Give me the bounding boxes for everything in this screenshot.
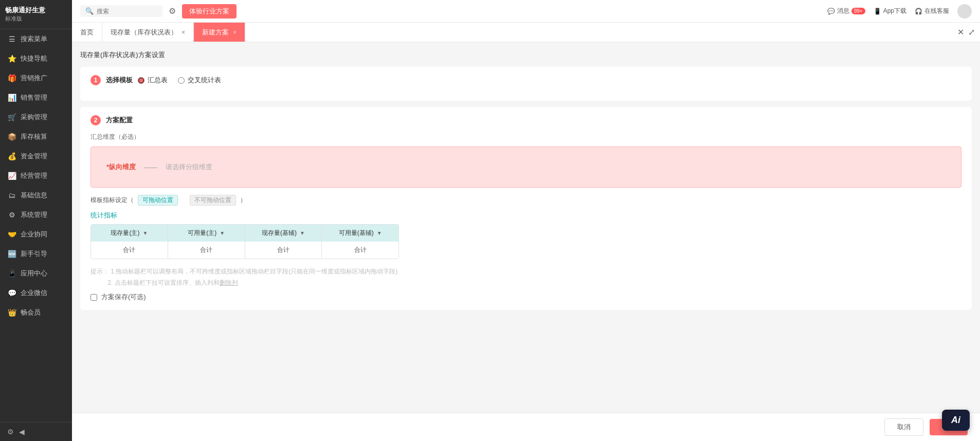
sidebar-label-2: 营销推广	[21, 74, 47, 83]
search-input[interactable]	[97, 8, 148, 15]
radio-cross-input[interactable]	[178, 77, 185, 84]
sidebar-footer: ⚙ ◀	[0, 422, 72, 441]
col-header-3[interactable]: 现存量(基辅) ▼	[245, 225, 322, 242]
tab-inventory[interactable]: 现存量（库存状况表） ×	[102, 23, 194, 42]
topbar: 🔍 ⚙ 体验行业方案 💬 消息 99+ 📱 App下载 🎧 在线客服	[72, 0, 980, 23]
sidebar-label-7: 经营管理	[21, 171, 47, 180]
col-header-1-dropdown[interactable]: ▼	[142, 230, 148, 236]
sidebar-item-5[interactable]: 📦 库存核算	[0, 127, 72, 146]
col-header-4-dropdown[interactable]: ▼	[377, 230, 382, 236]
sidebar-icon-12: 📱	[7, 269, 16, 278]
app-download-button[interactable]: 📱 App下载	[874, 7, 906, 15]
sidebar-icon-5: 📦	[7, 132, 16, 141]
indicator-close-paren: ）	[240, 196, 246, 205]
col-header-4[interactable]: 可用量(基辅) ▼	[322, 225, 398, 242]
template-radio-group: 汇总表 交叉统计表	[138, 76, 221, 85]
sidebar-item-2[interactable]: 🎁 营销推广	[0, 68, 72, 88]
tab-new-scheme[interactable]: 新建方案 ×	[194, 23, 245, 42]
app-name: 畅康通好生意	[5, 6, 67, 15]
sidebar-icon-4: 🛒	[7, 113, 16, 122]
col-header-2-dropdown[interactable]: ▼	[220, 230, 225, 236]
radio-summary-input[interactable]	[138, 77, 144, 84]
dimension-box[interactable]: *纵向维度 —— 请选择分组维度	[90, 146, 961, 188]
app-logo: 畅康通好生意 标准版	[0, 0, 72, 29]
col-header-1-label: 现存量(主)	[111, 229, 139, 237]
step2-badge: 2	[90, 115, 101, 125]
tab-new-scheme-close[interactable]: ×	[233, 29, 237, 36]
topbar-gear-icon[interactable]: ⚙	[169, 6, 176, 16]
service-label: 在线客服	[924, 7, 949, 15]
close-panel-icon[interactable]: ✕	[957, 27, 964, 37]
topbar-right: 💬 消息 99+ 📱 App下载 🎧 在线客服	[827, 4, 972, 19]
sidebar-label-11: 新手引导	[21, 249, 47, 259]
sidebar-item-7[interactable]: 📈 经营管理	[0, 166, 72, 186]
col-header-1[interactable]: 现存量(主) ▼	[91, 225, 168, 242]
sidebar-label-0: 搜索菜单	[21, 34, 47, 44]
search-icon: 🔍	[85, 7, 94, 15]
sidebar-item-11[interactable]: 🆕 新手引导	[0, 244, 72, 264]
col-header-3-dropdown[interactable]: ▼	[300, 230, 305, 236]
search-box[interactable]: 🔍	[80, 5, 162, 17]
sidebar-item-4[interactable]: 🛒 采购管理	[0, 107, 72, 127]
sidebar-item-3[interactable]: 📊 销售管理	[0, 88, 72, 107]
expand-icon[interactable]: ⤢	[968, 27, 975, 37]
settings-icon[interactable]: ⚙	[7, 428, 14, 436]
sidebar-item-9[interactable]: ⚙ 系统管理	[0, 205, 72, 225]
sidebar-item-0[interactable]: ☰ 搜索菜单	[0, 29, 72, 49]
cancel-button[interactable]: 取消	[884, 418, 923, 436]
sidebar-label-8: 基础信息	[21, 191, 47, 200]
sidebar-icon-1: ⭐	[7, 54, 16, 63]
radio-cross[interactable]: 交叉统计表	[178, 76, 221, 85]
sidebar-item-10[interactable]: 🤝 企业协同	[0, 225, 72, 244]
col-header-3-label: 现存量(基辅)	[262, 229, 297, 237]
indicator-tag-fixed: 不可拖动位置	[190, 195, 236, 206]
sidebar-item-14[interactable]: 👑 畅会员	[0, 303, 72, 322]
action-bar: 取消 查询	[72, 413, 980, 441]
trial-button[interactable]: 体验行业方案	[182, 4, 237, 19]
col-body-4: 合计	[322, 242, 398, 259]
sidebar-item-12[interactable]: 📱 应用中心	[0, 264, 72, 283]
sidebar-label-12: 应用中心	[21, 269, 47, 278]
col-header-2-label: 可用量(主)	[188, 229, 216, 237]
sidebar-icon-3: 📊	[7, 93, 16, 102]
app-download-label: App下载	[883, 7, 906, 15]
step1-header: 1 选择模板 汇总表 交叉统计表	[90, 75, 961, 85]
sidebar-item-1[interactable]: ⭐ 快捷导航	[0, 49, 72, 68]
sidebar-item-6[interactable]: 💰 资金管理	[0, 146, 72, 166]
tip-2: 2. 点击标题栏下拉可设置排序、插入列和删除列	[90, 278, 961, 289]
tab-inventory-close[interactable]: ×	[182, 29, 185, 36]
app-icon: 📱	[874, 8, 881, 15]
sidebar-item-13[interactable]: 💬 企业微信	[0, 283, 72, 303]
ai-button[interactable]: Ai	[942, 410, 970, 431]
collapse-icon[interactable]: ◀	[19, 428, 25, 436]
page-title: 现存量(库存状况表)方案设置	[80, 50, 972, 60]
sidebar-icon-14: 👑	[7, 308, 16, 317]
message-button[interactable]: 💬 消息 99+	[827, 7, 865, 15]
sidebar-item-8[interactable]: 🗂 基础信息	[0, 186, 72, 205]
headset-icon: 🎧	[915, 8, 922, 15]
stats-label: 统计指标	[90, 211, 961, 220]
sidebar-icon-6: 💰	[7, 152, 16, 161]
stats-table-header: 现存量(主) ▼ 可用量(主) ▼ 现存量(基辅) ▼ 可用量(基辅) ▼	[91, 225, 398, 242]
indicator-settings-text: 模板指标设定（	[90, 196, 134, 205]
save-scheme-row: 方案保存(可选)	[90, 292, 961, 302]
tips-section: 提示： 1.拖动标题栏可以调整布局，不可跨维度或指标区域拖动栏目字段(只能在同一…	[90, 266, 961, 288]
sidebar-icon-8: 🗂	[7, 191, 16, 200]
col-header-2[interactable]: 可用量(主) ▼	[168, 225, 245, 242]
indicator-tag-draggable: 可拖动位置	[138, 195, 178, 206]
content-area: 现存量(库存状况表)方案设置 1 选择模板 汇总表 交叉统计表	[72, 42, 980, 413]
tab-home[interactable]: 首页	[72, 23, 102, 42]
user-avatar[interactable]	[957, 4, 972, 19]
sidebar: 畅康通好生意 标准版 ☰ 搜索菜单 ⭐ 快捷导航 🎁 营销推广 📊 销售管理 🛒…	[0, 0, 72, 441]
dimension-label: *纵向维度	[106, 162, 136, 172]
tabs-bar: 首页 现存量（库存状况表） × 新建方案 × ✕ ⤢	[72, 23, 980, 42]
message-icon: 💬	[827, 8, 835, 15]
message-badge: 99+	[851, 8, 865, 14]
save-scheme-checkbox[interactable]	[90, 294, 97, 301]
radio-summary[interactable]: 汇总表	[138, 76, 168, 85]
sidebar-label-14: 畅会员	[21, 308, 41, 317]
sidebar-icon-13: 💬	[7, 288, 16, 298]
online-service-button[interactable]: 🎧 在线客服	[915, 7, 949, 15]
step2-title: 方案配置	[106, 116, 133, 125]
sidebar-icon-0: ☰	[7, 34, 16, 44]
